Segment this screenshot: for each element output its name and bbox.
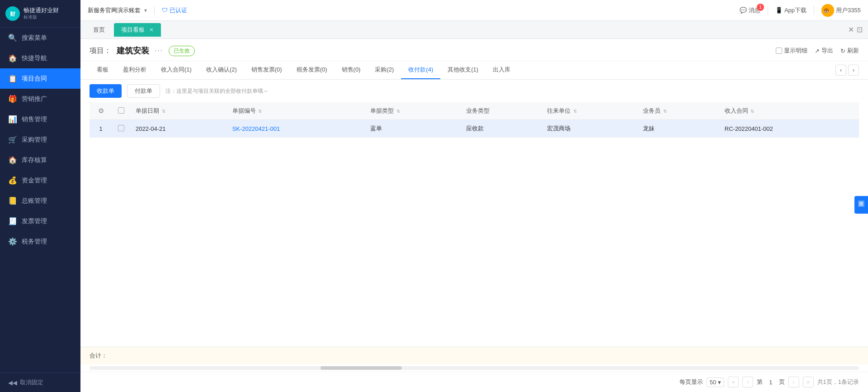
page-prefix-label: 第 (757, 378, 763, 386)
receipt-filter-btn[interactable]: 收款单 (90, 84, 122, 98)
account-name: 新服务官网演示账套 (88, 6, 141, 14)
sidebar-label-marketing: 营销推广 (22, 95, 47, 103)
purchase-icon: 🛒 (8, 135, 17, 144)
divider (154, 6, 155, 14)
avatar: 🐯 (821, 4, 834, 17)
sidebar-footer-unpin[interactable]: ◀◀ 取消固定 (0, 373, 80, 392)
subtab-other-expense[interactable]: 其他收支(1) (440, 61, 486, 79)
horizontal-scrollbar[interactable] (90, 366, 859, 370)
topbar-divider-1 (768, 6, 768, 15)
tab-window-controls: ✕ ⊡ (848, 25, 863, 34)
subtab-receipt[interactable]: 收付款(4) (401, 61, 440, 79)
window-close-icon[interactable]: ✕ (848, 25, 854, 34)
phone-icon: 📱 (775, 7, 783, 14)
sidebar-label-capital: 资金管理 (22, 177, 47, 185)
tab-home[interactable]: 首页 (86, 23, 112, 37)
sort-number-icon: ⇅ (258, 109, 262, 114)
select-all-checkbox[interactable] (118, 107, 124, 114)
account-dropdown-icon[interactable]: ▾ (144, 7, 147, 14)
sidebar-label-ledger: 总账管理 (22, 197, 47, 205)
show-detail-checkbox[interactable] (776, 48, 782, 54)
td-check[interactable] (112, 120, 130, 138)
scrollbar-thumb[interactable] (321, 366, 402, 370)
user-name: 用户3355 (836, 6, 861, 14)
message-badge: 1 (757, 4, 764, 11)
app-download-action[interactable]: 📱 App下载 (775, 6, 807, 14)
subtab-next-btn[interactable]: › (848, 65, 859, 76)
app-subtitle: 标准版 (24, 14, 59, 20)
th-biz-type: 业务类型 (461, 102, 542, 120)
th-partner[interactable]: 往来单位 ⇅ (542, 102, 637, 120)
sidebar-item-sales[interactable]: 📊 销售管理 (0, 109, 80, 129)
sidebar-item-shortcut[interactable]: 🏠 快捷导航 (0, 48, 80, 68)
table-footer: 合计： (80, 347, 868, 364)
receipts-table: ⚙ 单据日期 ⇅ 单据编号 ⇅ (90, 102, 859, 138)
sidebar-item-purchase[interactable]: 🛒 采购管理 (0, 129, 80, 150)
user-action[interactable]: 🐯 用户3355 (821, 4, 861, 17)
sidebar-item-project[interactable]: 📋 项目合同 (0, 68, 80, 89)
th-salesperson[interactable]: 业务员 ⇅ (637, 102, 719, 120)
subtab-board[interactable]: 看板 (90, 61, 116, 79)
sidebar-item-capital[interactable]: 💰 资金管理 (0, 170, 80, 191)
sidebar-item-search[interactable]: 🔍 搜索菜单 (0, 28, 80, 48)
horizontal-scrollbar-row (80, 364, 868, 372)
content-area: 项目： 建筑安装 ··· 已生效 显示明细 ↗ 导出 ↻ 刷新 (80, 39, 868, 392)
subtab-sales-invoice[interactable]: 销售发票(0) (244, 61, 289, 79)
more-options-icon[interactable]: ··· (155, 47, 163, 55)
prev-page-btn[interactable]: ‹ (742, 377, 753, 387)
subtab-prev-btn[interactable]: ‹ (835, 65, 846, 76)
th-income-contract[interactable]: 收入合同 ⇅ (719, 102, 859, 120)
window-expand-icon[interactable]: ⊡ (857, 25, 863, 34)
th-date[interactable]: 单据日期 ⇅ (130, 102, 227, 120)
th-type[interactable]: 单据类型 ⇅ (365, 102, 461, 120)
sidebar-label-inventory: 库存核算 (22, 156, 47, 164)
right-float-button[interactable] (854, 196, 868, 214)
message-action[interactable]: 💬 消息 1 (740, 6, 760, 14)
tabbar: 首页 项目看板 ✕ ✕ ⊡ (80, 21, 868, 39)
subtab-sales[interactable]: 销售(0) (335, 61, 368, 79)
th-check[interactable] (112, 102, 130, 120)
subtab-in-out[interactable]: 出入库 (486, 61, 518, 79)
topbar-left: 新服务官网演示账套 ▾ 🛡 已认证 (88, 6, 734, 14)
certified-badge: 🛡 已认证 (162, 6, 187, 14)
subtab-profit[interactable]: 盈利分析 (116, 61, 154, 79)
sidebar-item-invoice[interactable]: 🧾 发票管理 (0, 211, 80, 231)
payment-filter-btn[interactable]: 付款单 (127, 84, 160, 98)
next-page-btn[interactable]: › (788, 377, 799, 387)
table-header-row: ⚙ 单据日期 ⇅ 单据编号 ⇅ (90, 102, 859, 120)
export-action[interactable]: ↗ 导出 (815, 47, 833, 55)
show-detail-action[interactable]: 显示明细 (776, 47, 807, 55)
first-page-btn[interactable]: « (728, 377, 739, 387)
last-page-btn[interactable]: » (803, 377, 814, 387)
subtab-income-confirm[interactable]: 收入确认(2) (199, 61, 244, 79)
row-checkbox[interactable] (118, 125, 124, 131)
sidebar-item-ledger[interactable]: 📒 总账管理 (0, 191, 80, 211)
sidebar-item-tax[interactable]: ⚙️ 税务管理 (0, 231, 80, 252)
sidebar-label-project: 项目合同 (22, 75, 47, 83)
table-container: ⚙ 单据日期 ⇅ 单据编号 ⇅ (80, 102, 868, 347)
td-salesperson: 龙妹 (637, 120, 719, 138)
refresh-action[interactable]: ↻ 刷新 (840, 47, 859, 55)
per-page-select[interactable]: 50 ▾ (707, 378, 724, 387)
app-title: 畅捷通好业财 (24, 7, 59, 14)
project-actions: 显示明细 ↗ 导出 ↻ 刷新 (776, 47, 859, 55)
sidebar-item-marketing[interactable]: 🎁 营销推广 (0, 89, 80, 109)
app-download-label: App下载 (784, 6, 807, 14)
column-settings-icon[interactable]: ⚙ (98, 107, 104, 115)
next-page-icon: › (793, 379, 795, 385)
tab-close-icon[interactable]: ✕ (149, 27, 154, 33)
sidebar-label-search: 搜索菜单 (22, 34, 47, 42)
th-number[interactable]: 单据编号 ⇅ (227, 102, 365, 120)
show-detail-label: 显示明细 (784, 47, 807, 55)
subtab-purchase[interactable]: 采购(2) (368, 61, 401, 79)
subtab-navigation: ‹ › (835, 65, 859, 76)
th-gear[interactable]: ⚙ (90, 102, 112, 120)
tab-project-board[interactable]: 项目看板 ✕ (114, 23, 161, 37)
td-number[interactable]: SK-20220421-001 (227, 120, 365, 138)
row-number-link[interactable]: SK-20220421-001 (232, 125, 280, 132)
subtab-income-contract[interactable]: 收入合同(1) (154, 61, 199, 79)
search-icon: 🔍 (8, 33, 17, 42)
svg-text:🐯: 🐯 (823, 8, 830, 14)
sidebar-item-inventory[interactable]: 🏠 库存核算 (0, 150, 80, 170)
subtab-tax-invoice[interactable]: 税务发票(0) (289, 61, 335, 79)
